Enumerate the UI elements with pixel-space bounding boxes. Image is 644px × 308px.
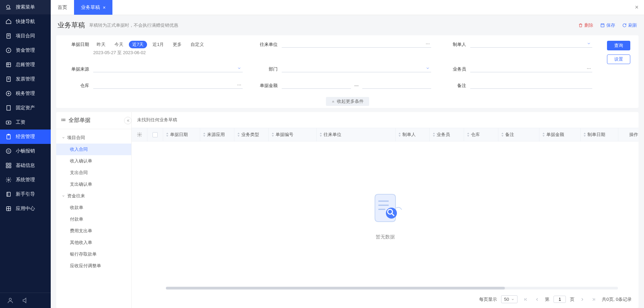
collapse-filters[interactable]: 收起更多条件 [64,95,630,108]
tree-leaf-income-confirm[interactable]: 收入确认单 [56,155,131,167]
chevron-down-icon[interactable] [426,66,430,70]
th-select-all[interactable] [147,128,163,141]
sort-icon [398,133,401,137]
sidebar-item-salary[interactable]: 工资 [0,115,51,130]
per-page-label: 每页显示 [479,296,497,303]
tree-leaf-expense-doc[interactable]: 费用支出单 [56,225,131,237]
tree-group-header[interactable]: 资金往来 [56,190,131,202]
sidebar-item-system[interactable]: 系统管理 [0,173,51,187]
th-type[interactable]: 业务类型 [234,128,269,141]
sidebar-item-tax[interactable]: 税务管理 [0,86,51,101]
more-icon[interactable]: ⋯ [237,83,241,87]
tree-leaf-ar-ap-adjust[interactable]: 应收应付调整单 [56,260,131,272]
tree-group-header[interactable]: 项目合同 [56,132,131,144]
svg-text:G: G [8,150,10,153]
tab-home[interactable]: 首页 [51,0,74,15]
creator-input[interactable] [470,41,592,48]
sidebar-item-operations[interactable]: 经营管理 [0,130,51,144]
query-button[interactable]: 查询 [607,41,630,50]
th-settings[interactable] [132,128,147,141]
delete-button[interactable]: 删除 [578,22,593,28]
th-ops: 操作 [618,128,639,141]
close-icon[interactable]: × [103,5,106,10]
sidebar-item-basic-info[interactable]: 基础信息 [0,158,51,173]
last-page-button[interactable] [590,297,598,302]
tree-panel: 全部单据 项目合同 收入合同 收入确认单 支出合同 支出确认单 [56,112,132,308]
th-createdate[interactable]: 制单日期 [581,128,618,141]
tree-leaf-expense-confirm[interactable]: 支出确认单 [56,178,131,190]
close-all-tabs[interactable]: × [629,4,644,11]
sidebar-item-funds[interactable]: ¥ 资金管理 [0,43,51,58]
tree-leaf-receipt[interactable]: 收款单 [56,202,131,213]
th-remark[interactable]: 备注 [498,128,539,141]
th-partner[interactable]: 往来单位 [317,128,396,141]
svg-rect-37 [62,120,62,121]
setting-button[interactable]: 设置 [607,54,630,64]
chevron-down-icon[interactable] [587,41,591,46]
tree-leaf-expense-contract[interactable]: 支出合同 [56,167,131,178]
sidebar-item-invoice[interactable]: 发票管理 [0,72,51,86]
filter-source: 单据来源 [64,65,243,72]
sidebar-item-project-contract[interactable]: 项目合同 [0,29,51,43]
sort-icon [433,133,435,137]
svg-rect-22 [6,163,8,165]
sales-input[interactable] [470,65,592,72]
filter-label: 仓库 [64,82,89,89]
refresh-button[interactable]: 刷新 [622,22,637,28]
page-input[interactable] [554,296,566,303]
th-warehouse[interactable]: 仓库 [464,128,498,141]
date-chip-more[interactable]: 更多 [169,41,185,48]
dept-input[interactable] [282,65,431,72]
first-page-button[interactable] [522,297,529,302]
chevron-down-icon[interactable] [237,66,241,70]
filter-label: 备注 [441,82,466,89]
sidebar-item-ledger[interactable]: 总账管理 [0,58,51,72]
th-date[interactable]: 单据日期 [163,128,200,141]
amount-to-input[interactable] [362,82,432,89]
sidebar-item-guide[interactable]: 新手引导 [0,187,51,201]
date-chip-custom[interactable]: 自定义 [187,41,207,48]
source-input[interactable] [93,65,243,72]
date-chip-today[interactable]: 今天 [111,41,127,48]
th-sales[interactable]: 业务员 [430,128,464,141]
save-button[interactable]: 保存 [600,22,615,28]
tree-leaf-income-contract[interactable]: 收入合同 [56,144,131,155]
sidebar-item-quick-nav[interactable]: 快捷导航 [0,14,51,29]
warehouse-input[interactable] [93,82,243,89]
th-amount[interactable]: 单据金额 [539,128,581,141]
sound-icon[interactable] [22,297,29,304]
empty-state: 暂无数据 [132,141,639,286]
tab-draft[interactable]: 业务草稿 × [74,0,112,15]
sidebar-item-expense[interactable]: G 小畅报销 [0,144,51,158]
prev-page-button[interactable] [533,297,541,302]
horizontal-scrollbar[interactable] [132,286,639,291]
sidebar-item-fixed-assets[interactable]: 固定资产 [0,101,51,115]
th-docno[interactable]: 单据编号 [269,128,317,141]
tree-leaf-bank-transfer[interactable]: 银行存取款单 [56,248,131,260]
date-chip-month1[interactable]: 近1月 [149,41,167,48]
user-icon[interactable] [7,297,14,304]
amount-from-input[interactable] [282,82,351,89]
chevron-left-icon [126,119,130,123]
tree-leaf-other-income[interactable]: 其他收入单 [56,237,131,248]
next-page-button[interactable] [579,297,586,302]
sidebar-item-label: 工资 [16,119,25,125]
svg-rect-27 [7,192,11,196]
more-icon[interactable]: ⋯ [426,41,430,46]
partner-input[interactable] [282,41,431,48]
sidebar-item-search-menu[interactable]: 搜索菜单 [0,0,51,14]
tree-collapse-button[interactable] [124,117,132,124]
th-source[interactable]: 来源应用 [200,128,234,141]
page-size-select[interactable]: 50 [501,295,518,303]
svg-rect-36 [64,119,65,119]
date-chip-yesterday[interactable]: 昨天 [93,41,109,48]
tree-leaf-payment[interactable]: 付款单 [56,213,131,225]
sidebar-item-label: 新手引导 [16,191,35,197]
remark-input[interactable] [470,82,592,89]
tree-title: 全部单据 [69,117,90,124]
more-icon[interactable]: ⋯ [587,66,591,71]
sort-icon [271,133,274,137]
th-creator[interactable]: 制单人 [396,128,430,141]
sidebar-item-apps[interactable]: 应用中心 [0,201,51,216]
date-chip-last7[interactable]: 近7天 [129,41,147,48]
